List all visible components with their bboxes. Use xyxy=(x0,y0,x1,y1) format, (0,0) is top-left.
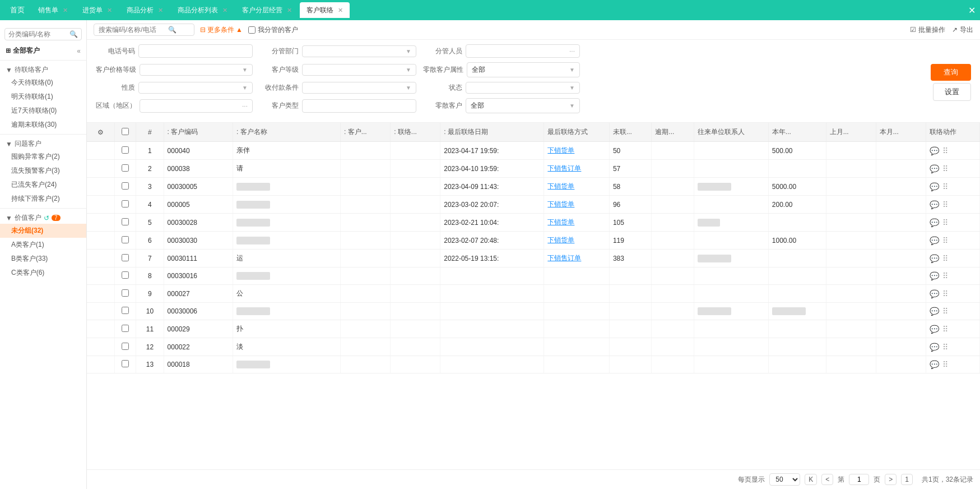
sidebar-item-abnormal[interactable]: 囤购异常客户(2) xyxy=(0,150,86,164)
last-way-link[interactable]: 下销货单 xyxy=(547,218,574,226)
row-checkbox[interactable] xyxy=(122,146,129,154)
row-checkbox[interactable] xyxy=(122,325,129,332)
price-level-select[interactable]: ▼ xyxy=(140,64,253,76)
row-check[interactable] xyxy=(114,320,136,338)
more-icon[interactable]: ⠿ xyxy=(942,236,948,245)
nav-tab-customer-contact[interactable]: 客户联络 ✕ xyxy=(300,2,350,18)
last-way-link[interactable]: 下销货单 xyxy=(547,146,574,154)
row-check[interactable] xyxy=(114,160,136,178)
phone-input[interactable] xyxy=(138,44,253,58)
row-check[interactable] xyxy=(114,285,136,303)
row-check[interactable] xyxy=(114,232,136,250)
first-page-btn[interactable]: K xyxy=(805,474,817,485)
last-way-link[interactable]: 下销货单 xyxy=(547,236,574,244)
sidebar-item-declining[interactable]: 持续下滑客户(2) xyxy=(0,192,86,206)
scatter-attr-select[interactable]: 全部 ▼ xyxy=(467,62,580,77)
row-checkbox[interactable] xyxy=(122,343,129,350)
more-icon[interactable]: ⠿ xyxy=(942,271,948,280)
cust-level-select[interactable]: ▼ xyxy=(302,64,416,76)
message-icon[interactable]: 💬 xyxy=(930,271,939,280)
sidebar-item-overdue[interactable]: 逾期未联络(30) xyxy=(0,118,86,132)
sidebar-search-box[interactable]: 🔍 xyxy=(4,28,82,40)
message-icon[interactable]: 💬 xyxy=(930,343,939,352)
close-icon[interactable]: ✕ xyxy=(287,7,292,14)
col-overdue-header[interactable]: 逾期... xyxy=(652,123,694,142)
sidebar-item-ungroup[interactable]: 未分组(32) xyxy=(0,224,86,238)
nav-tab-customer-layer[interactable]: 客户分层经营 ✕ xyxy=(235,2,299,18)
row-check[interactable] xyxy=(114,303,136,320)
col-code-header[interactable]: : 客户编码 xyxy=(164,123,233,142)
manager-select[interactable]: ··· xyxy=(466,44,580,58)
per-page-select[interactable]: 50 20 100 xyxy=(769,473,800,486)
sidebar-item-today[interactable]: 今天待联络(0) xyxy=(0,76,86,90)
last-way-link[interactable]: 下销售订单 xyxy=(547,254,581,262)
close-all-icon[interactable]: ✕ xyxy=(968,5,976,16)
my-customers-check[interactable] xyxy=(248,26,256,34)
region-select[interactable]: ··· xyxy=(140,99,253,113)
nav-tab-analysis-list[interactable]: 商品分析列表 ✕ xyxy=(171,2,234,18)
sidebar-item-churn-warning[interactable]: 流失预警客户(3) xyxy=(0,164,86,178)
row-check[interactable] xyxy=(114,338,136,356)
close-icon[interactable]: ✕ xyxy=(107,7,112,14)
payment-select[interactable]: ▼ xyxy=(302,82,416,94)
more-icon[interactable]: ⠿ xyxy=(942,343,948,352)
reset-button[interactable]: 设置 xyxy=(933,83,971,101)
last-page-btn[interactable]: 1 xyxy=(901,474,913,485)
more-icon[interactable]: ⠿ xyxy=(942,254,948,263)
row-check[interactable] xyxy=(114,267,136,285)
more-icon[interactable]: ⠿ xyxy=(942,200,948,209)
message-icon[interactable]: 💬 xyxy=(930,200,939,209)
col-type-header[interactable]: : 客户... xyxy=(341,123,391,142)
sidebar-item-tomorrow[interactable]: 明天待联络(1) xyxy=(0,90,86,104)
nav-tab-purchase[interactable]: 进货单 ✕ xyxy=(76,2,119,18)
page-number-input[interactable] xyxy=(849,474,869,485)
row-checkbox[interactable] xyxy=(122,218,129,225)
query-button[interactable]: 查询 xyxy=(931,64,971,81)
next-page-btn[interactable]: > xyxy=(885,474,897,485)
close-icon[interactable]: ✕ xyxy=(222,7,227,14)
sidebar-item-7days[interactable]: 近7天待联络(0) xyxy=(0,104,86,118)
close-icon[interactable]: ✕ xyxy=(63,7,68,14)
message-icon[interactable]: 💬 xyxy=(930,325,939,334)
nav-tab-sales[interactable]: 销售单 ✕ xyxy=(31,2,75,18)
more-icon[interactable]: ⠿ xyxy=(942,218,948,227)
more-icon[interactable]: ⠿ xyxy=(942,360,948,369)
select-all-checkbox[interactable] xyxy=(122,128,129,135)
sidebar-item-c-class[interactable]: C类客户(6) xyxy=(0,266,86,280)
batch-ops-btn[interactable]: ☑ 批量操作 xyxy=(910,25,945,35)
col-pending-header[interactable]: 未联... xyxy=(609,123,651,142)
sidebar-search-input[interactable] xyxy=(8,30,67,38)
row-checkbox[interactable] xyxy=(122,271,129,279)
row-checkbox[interactable] xyxy=(122,182,129,190)
row-check[interactable] xyxy=(114,178,136,196)
row-check[interactable] xyxy=(114,214,136,232)
close-icon[interactable]: ✕ xyxy=(158,7,163,14)
more-conditions-btn[interactable]: ⊟ 更多条件 ▲ xyxy=(200,25,243,35)
message-icon[interactable]: 💬 xyxy=(930,182,939,191)
sidebar-all-customers[interactable]: ⊞ 全部客户 « xyxy=(0,44,86,58)
message-icon[interactable]: 💬 xyxy=(930,236,939,245)
message-icon[interactable]: 💬 xyxy=(930,289,939,298)
col-partner-header[interactable]: 往来单位联系人 xyxy=(694,123,768,142)
cust-type-input[interactable] xyxy=(302,99,416,113)
scatter-cust-select[interactable]: 全部 ▼ xyxy=(466,98,580,113)
sidebar-group-value[interactable]: ▼ 价值客户 ↺ 7 xyxy=(0,211,86,224)
row-checkbox[interactable] xyxy=(122,289,129,297)
more-icon[interactable]: ⠿ xyxy=(942,307,948,316)
nav-tab-analysis[interactable]: 商品分析 ✕ xyxy=(120,2,170,18)
message-icon[interactable]: 💬 xyxy=(930,254,939,263)
prev-page-btn[interactable]: < xyxy=(821,474,833,485)
sidebar-group-pending[interactable]: ▼ 待联络客户 xyxy=(0,63,86,76)
row-checkbox[interactable] xyxy=(122,307,129,314)
dept-select[interactable]: ▼ xyxy=(302,45,416,57)
col-settings[interactable]: ⚙ xyxy=(87,123,114,142)
col-lastway-header[interactable]: 最后联络方式 xyxy=(544,123,610,142)
row-checkbox[interactable] xyxy=(122,200,129,207)
my-customers-checkbox[interactable]: 我分管的客户 xyxy=(248,25,298,35)
col-lastmonth-header[interactable]: 上月... xyxy=(826,123,876,142)
message-icon[interactable]: 💬 xyxy=(930,164,939,173)
nature-select[interactable]: ▼ xyxy=(138,82,253,94)
row-checkbox[interactable] xyxy=(122,254,129,261)
more-icon[interactable]: ⠿ xyxy=(942,164,948,173)
export-btn[interactable]: ↗ 导出 xyxy=(952,25,973,35)
